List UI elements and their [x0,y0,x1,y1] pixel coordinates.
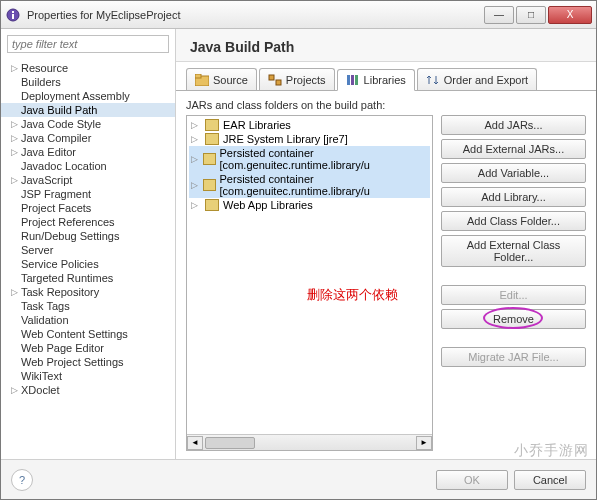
help-button[interactable]: ? [11,469,33,491]
jars-list[interactable]: ▷EAR Libraries▷JRE System Library [jre7]… [186,115,433,451]
scroll-left-button[interactable]: ◄ [187,436,203,450]
tree-item[interactable]: Project Facets [1,201,175,215]
edit-button: Edit... [441,285,586,305]
expand-arrow-icon: ▷ [11,133,21,143]
titlebar: Properties for MyEclipseProject — □ X [1,1,596,29]
folder-icon [195,73,209,87]
tree-item[interactable]: Javadoc Location [1,159,175,173]
filter-input[interactable] [7,35,169,53]
tree-item-label: Builders [21,76,61,88]
expand-arrow-icon: ▷ [11,385,21,395]
jar-item[interactable]: ▷EAR Libraries [189,118,430,132]
tree-item[interactable]: Java Build Path [1,103,175,117]
jar-item-label: JRE System Library [jre7] [223,133,348,145]
tree-item[interactable]: Task Tags [1,299,175,313]
sidebar: ▷ResourceBuildersDeployment AssemblyJava… [1,29,176,459]
tree-item[interactable]: Run/Debug Settings [1,229,175,243]
svg-rect-6 [276,80,281,85]
library-icon [203,179,215,191]
tree-item-label: XDoclet [21,384,60,396]
tree-item[interactable]: ▷Java Editor [1,145,175,159]
add-class-folder-button[interactable]: Add Class Folder... [441,211,586,231]
tree-item[interactable]: Server [1,243,175,257]
tree-item[interactable]: ▷Java Compiler [1,131,175,145]
scroll-right-button[interactable]: ► [416,436,432,450]
svg-rect-1 [12,11,14,13]
tree-item-label: Web Project Settings [21,356,124,368]
tree-item[interactable]: Web Page Editor [1,341,175,355]
tree-item-label: JSP Fragment [21,188,91,200]
tree-item-label: Web Content Settings [21,328,128,340]
jar-item-label: Web App Libraries [223,199,313,211]
jar-item[interactable]: ▷Persisted container [com.genuitec.runti… [189,172,430,198]
jar-item-label: EAR Libraries [223,119,291,131]
jar-item[interactable]: ▷Persisted container [com.genuitec.runti… [189,146,430,172]
minimize-button[interactable]: — [484,6,514,24]
tree-item-label: Targeted Runtimes [21,272,113,284]
tab-label: Libraries [364,74,406,86]
annotation-text: 删除这两个依赖 [307,286,398,304]
tree-item[interactable]: WikiText [1,369,175,383]
tree-item[interactable]: Web Content Settings [1,327,175,341]
tab-label: Order and Export [444,74,528,86]
ok-button[interactable]: OK [436,470,508,490]
tree-item-label: Server [21,244,53,256]
expand-arrow-icon: ▷ [11,63,21,73]
content: ▷ResourceBuildersDeployment AssemblyJava… [1,29,596,459]
tab-projects[interactable]: Projects [259,68,335,90]
svg-rect-9 [355,75,358,85]
tree-item[interactable]: Service Policies [1,257,175,271]
cancel-button[interactable]: Cancel [514,470,586,490]
order-icon [426,73,440,87]
properties-tree[interactable]: ▷ResourceBuildersDeployment AssemblyJava… [1,59,175,459]
libraries-panel: JARs and class folders on the build path… [176,91,596,459]
tabs: SourceProjectsLibrariesOrder and Export [176,62,596,91]
tree-item[interactable]: JSP Fragment [1,187,175,201]
tree-item[interactable]: Builders [1,75,175,89]
tree-item[interactable]: Project References [1,215,175,229]
tab-order-and-export[interactable]: Order and Export [417,68,537,90]
tree-item-label: Task Repository [21,286,99,298]
add-variable-button[interactable]: Add Variable... [441,163,586,183]
remove-button[interactable]: Remove [441,309,586,329]
properties-icon [5,7,21,23]
tree-item[interactable]: Deployment Assembly [1,89,175,103]
library-icon [205,133,219,145]
tree-item-label: Run/Debug Settings [21,230,119,242]
library-icon [205,199,219,211]
add-external-jars-button[interactable]: Add External JARs... [441,139,586,159]
tree-item-label: Java Build Path [21,104,97,116]
expand-arrow-icon: ▷ [11,287,21,297]
svg-rect-4 [195,74,201,78]
tab-source[interactable]: Source [186,68,257,90]
tree-item-label: WikiText [21,370,62,382]
scroll-thumb[interactable] [205,437,255,449]
tab-libraries[interactable]: Libraries [337,69,415,91]
horizontal-scrollbar[interactable]: ◄ ► [187,434,432,450]
close-button[interactable]: X [548,6,592,24]
library-icon [205,119,219,131]
tree-item-label: Service Policies [21,258,99,270]
add-jars-button[interactable]: Add JARs... [441,115,586,135]
tree-item[interactable]: ▷Task Repository [1,285,175,299]
tree-item[interactable]: ▷JavaScript [1,173,175,187]
tree-item-label: Resource [21,62,68,74]
jar-item[interactable]: ▷JRE System Library [jre7] [189,132,430,146]
jar-item[interactable]: ▷Web App Libraries [189,198,430,212]
tree-item-label: Java Code Style [21,118,101,130]
tree-item[interactable]: ▷Resource [1,61,175,75]
tree-item[interactable]: Web Project Settings [1,355,175,369]
tree-item[interactable]: Validation [1,313,175,327]
jars-label: JARs and class folders on the build path… [186,99,586,111]
maximize-button[interactable]: □ [516,6,546,24]
svg-rect-8 [351,75,354,85]
tree-item[interactable]: ▷XDoclet [1,383,175,397]
page-title: Java Build Path [176,29,596,62]
tree-item-label: Validation [21,314,69,326]
tree-item[interactable]: ▷Java Code Style [1,117,175,131]
add-library-button[interactable]: Add Library... [441,187,586,207]
expand-arrow-icon: ▷ [11,119,21,129]
add-external-class-folder-button[interactable]: Add External Class Folder... [441,235,586,267]
tree-item-label: Java Editor [21,146,76,158]
tree-item[interactable]: Targeted Runtimes [1,271,175,285]
